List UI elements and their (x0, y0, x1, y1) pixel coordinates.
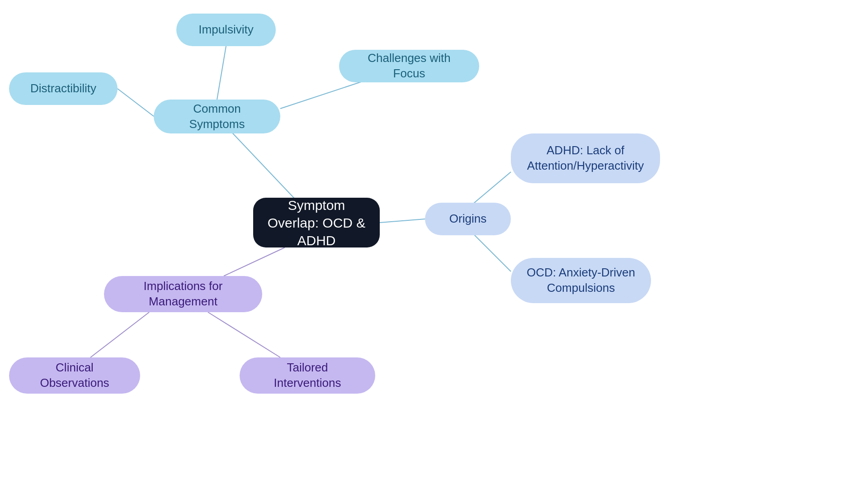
common-symptoms-label: Common Symptoms (167, 101, 267, 132)
clinical-observations-node[interactable]: Clinical Observations (9, 357, 140, 394)
ocd-node[interactable]: OCD: Anxiety-DrivenCompulsions (511, 258, 651, 303)
adhd-node[interactable]: ADHD: Lack ofAttention/Hyperactivity (511, 133, 660, 183)
challenges-focus-label: Challenges with Focus (353, 51, 466, 81)
svg-line-9 (208, 312, 280, 357)
svg-line-7 (224, 247, 285, 276)
origins-label: Origins (449, 211, 486, 227)
origins-node[interactable]: Origins (425, 203, 511, 235)
clinical-observations-label: Clinical Observations (23, 360, 127, 391)
impulsivity-label: Impulsivity (198, 22, 253, 38)
ocd-label: OCD: Anxiety-DrivenCompulsions (527, 265, 635, 296)
svg-line-2 (118, 89, 154, 116)
common-symptoms-node[interactable]: Common Symptoms (154, 100, 280, 133)
distractibility-label: Distractibility (30, 81, 96, 96)
svg-line-1 (217, 46, 226, 100)
distractibility-node[interactable]: Distractibility (9, 72, 118, 105)
center-label: Symptom Overlap: OCD &ADHD (267, 196, 366, 249)
implications-label: Implications for Management (118, 279, 249, 309)
tailored-interventions-label: Tailored Interventions (253, 360, 362, 391)
impulsivity-node[interactable]: Impulsivity (176, 14, 276, 46)
svg-line-4 (380, 219, 425, 223)
challenges-focus-node[interactable]: Challenges with Focus (339, 50, 479, 82)
svg-line-8 (90, 312, 149, 357)
implications-node[interactable]: Implications for Management (104, 276, 262, 312)
center-node[interactable]: Symptom Overlap: OCD &ADHD (253, 198, 380, 247)
adhd-label: ADHD: Lack ofAttention/Hyperactivity (527, 143, 644, 174)
tailored-interventions-node[interactable]: Tailored Interventions (240, 357, 375, 394)
